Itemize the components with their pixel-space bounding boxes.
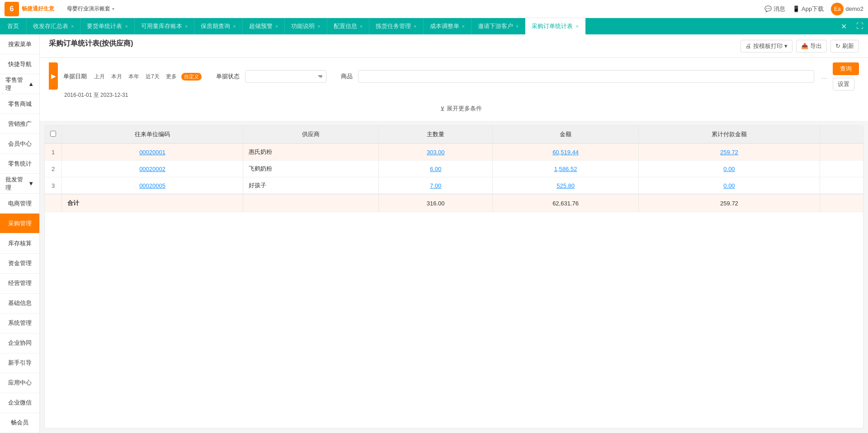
amount-link[interactable]: 60,519.44 (552, 149, 579, 156)
footer-extra-cell (820, 194, 863, 212)
tab-label: 邀请下游客户 (478, 22, 513, 30)
sidebar-item-inventory[interactable]: 库存核算 (0, 233, 39, 253)
sidebar-item-search[interactable]: 搜索菜单 (0, 34, 39, 54)
sidebar-item-finance[interactable]: 资金管理 (0, 254, 39, 274)
row-num: 2 (45, 161, 62, 177)
sidebar-item-label: 经营管理 (8, 279, 32, 287)
col-code: 往来单位编码 (62, 126, 243, 143)
commodity-input[interactable] (358, 70, 814, 83)
tab-home[interactable]: 首页 (0, 18, 27, 34)
tab-成本调整单[interactable]: 成本调整单 × (424, 18, 472, 34)
sidebar-item-vip[interactable]: 畅会员 (0, 413, 39, 433)
print-button[interactable]: 🖨 按模板打印 ▾ (741, 40, 793, 52)
tab-close-icon[interactable]: × (233, 24, 236, 29)
status-select-wrapper (245, 70, 326, 83)
paid-link[interactable]: 0.00 (723, 182, 735, 189)
nav-close-button[interactable]: ✕ (835, 18, 852, 34)
shortcut-last-month[interactable]: 上月 (92, 72, 107, 81)
sidebar-item-quicknav[interactable]: 快捷导航 (0, 54, 39, 74)
tab-close-icon[interactable]: × (125, 24, 127, 29)
data-table-container: 往来单位编码 供应商 主数量 金额 累计付款金额 1 00020001 惠氏奶粉… (44, 125, 863, 428)
code-link[interactable]: 00020005 (139, 182, 165, 189)
amount-link[interactable]: 525.80 (557, 182, 575, 189)
sidebar-item-enterprise[interactable]: 企业协同 (0, 333, 39, 353)
data-table: 往来单位编码 供应商 主数量 金额 累计付款金额 1 00020001 惠氏奶粉… (45, 126, 863, 212)
nav-maximize-button[interactable]: ⛶ (852, 18, 868, 34)
sidebar-item-purchase[interactable]: 采购管理 (0, 214, 39, 233)
paid-link[interactable]: 259.72 (720, 149, 738, 156)
sidebar-item-system[interactable]: 系统管理 (0, 314, 39, 333)
commodity-more-icon[interactable]: … (821, 73, 827, 80)
row-supplier: 飞鹤奶粉 (243, 161, 379, 177)
tab-label: 要货单统计表 (87, 22, 122, 30)
tab-可用量库存账本[interactable]: 可用量库存账本 × (135, 18, 194, 34)
tab-保质期查询[interactable]: 保质期查询 × (194, 18, 242, 34)
select-all-checkbox[interactable] (50, 131, 56, 137)
export-button[interactable]: 📤 导出 (796, 40, 827, 52)
tab-close-icon[interactable]: × (185, 24, 188, 29)
shortcut-more[interactable]: 更多 (164, 72, 179, 81)
settings-button[interactable]: 设置 (833, 78, 854, 90)
sidebar-item-ecommerce[interactable]: 电商管理 (0, 194, 39, 214)
tab-采购订单统计表[interactable]: 采购订单统计表 × (525, 18, 585, 34)
qty-link[interactable]: 6.00 (430, 166, 441, 172)
tab-功能说明[interactable]: 功能说明 × (285, 18, 327, 34)
tab-close-icon[interactable]: × (317, 24, 320, 29)
tab-close-icon[interactable]: × (462, 24, 465, 29)
paid-link[interactable]: 0.00 (723, 166, 735, 172)
expand-more-area: ⊻ 展开更多条件 (63, 101, 859, 116)
sidebar-item-marketing[interactable]: 营销推广 (0, 114, 39, 134)
filter-toggle-button[interactable]: ▶ (49, 62, 58, 90)
shortcut-this-month[interactable]: 本月 (109, 72, 124, 81)
tab-close-icon[interactable]: × (576, 24, 578, 29)
page-title: 采购订单统计表(按供应商) (49, 39, 133, 48)
sidebar-item-retailshop[interactable]: 零售商城 (0, 94, 39, 114)
tab-邀请下游客户[interactable]: 邀请下游客户 × (472, 18, 525, 34)
tab-超储预警[interactable]: 超储预警 × (243, 18, 285, 34)
sidebar-item-ops[interactable]: 经营管理 (0, 274, 39, 294)
row-paid: 0.00 (638, 161, 820, 177)
sidebar-item-appcenter[interactable]: 应用中心 (0, 373, 39, 393)
refresh-button[interactable]: ↻ 刷新 (830, 40, 859, 52)
tab-配置信息[interactable]: 配置信息 × (327, 18, 369, 34)
expand-more-button[interactable]: ⊻ 展开更多条件 (440, 105, 482, 113)
tab-拣货任务管理[interactable]: 拣货任务管理 × (369, 18, 423, 34)
sidebar-item-wholesale[interactable]: 批发管理 ▼ (0, 174, 39, 194)
tab-close-icon[interactable]: × (275, 24, 278, 29)
status-select[interactable] (245, 70, 326, 83)
chevron-down-icon: ▼ (28, 180, 34, 187)
workspace-arrow-icon: ▾ (112, 6, 114, 11)
workspace-selector[interactable]: 母婴行业演示账套 ▾ (67, 5, 114, 13)
sidebar-item-retail[interactable]: 零售管理 ▲ (0, 74, 39, 94)
tab-label: 可用量库存账本 (141, 22, 182, 30)
tab-要货单统计表[interactable]: 要货单统计表 × (80, 18, 134, 34)
query-button[interactable]: 查询 (833, 62, 859, 75)
app-download-icon: 📱 (793, 5, 800, 12)
shortcut-this-year[interactable]: 本年 (127, 72, 141, 81)
sidebar-item-member[interactable]: 会员中心 (0, 134, 39, 154)
tab-收发存汇总表[interactable]: 收发存汇总表 × (27, 18, 80, 34)
tab-close-icon[interactable]: × (71, 24, 74, 29)
app-download-button[interactable]: 📱 App下载 (793, 5, 824, 13)
message-button[interactable]: 💬 消息 (764, 5, 785, 13)
sidebar-item-basic[interactable]: 基础信息 (0, 294, 39, 314)
code-link[interactable]: 00020002 (139, 166, 165, 172)
refresh-icon: ↻ (835, 43, 840, 49)
col-qty: 主数量 (379, 126, 493, 143)
qty-link[interactable]: 7.00 (430, 182, 441, 189)
tab-close-icon[interactable]: × (516, 24, 519, 29)
amount-link[interactable]: 1,586.52 (554, 166, 577, 172)
sidebar-item-corpwechat[interactable]: 企业微信 (0, 393, 39, 413)
shortcut-7days[interactable]: 近7天 (144, 72, 161, 81)
tab-label: 功能说明 (291, 22, 315, 30)
qty-link[interactable]: 303.00 (427, 149, 445, 156)
tab-close-icon[interactable]: × (414, 24, 416, 29)
message-icon: 💬 (764, 5, 772, 12)
tab-close-icon[interactable]: × (360, 24, 363, 29)
user-avatar[interactable]: Ea demo2 (831, 3, 863, 15)
sidebar-item-retailstat[interactable]: 零售统计 (0, 154, 39, 174)
sidebar-item-newguide[interactable]: 新手引导 (0, 353, 39, 373)
code-link[interactable]: 00020001 (139, 149, 165, 156)
export-icon: 📤 (801, 43, 808, 49)
expand-down-icon: ⊻ (440, 105, 445, 112)
